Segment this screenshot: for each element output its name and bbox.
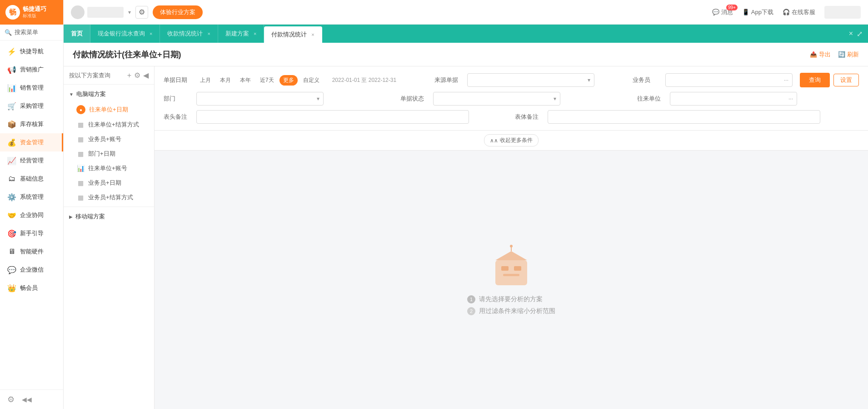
sidebar-item-cooperation[interactable]: 🤝 企业协同 — [0, 206, 63, 224]
message-btn[interactable]: 💬 消息 99+ — [712, 8, 733, 16]
sidebar-item-hardware[interactable]: 🖥 智能硬件 — [0, 242, 63, 261]
header-note-label: 表头备注 — [164, 113, 189, 121]
scheme-item-staff-settle[interactable]: ▦ 业务员+结算方式 — [64, 190, 154, 205]
scheme-item-unit-account[interactable]: 📊 往来单位+账号 — [64, 161, 154, 176]
header-note-input[interactable] — [196, 110, 469, 124]
empty-illustration — [484, 244, 539, 290]
empty-step-2: 2 用过滤条件来缩小分析范围 — [467, 307, 555, 315]
sidebar-menu: ⚡ 快捷导航 📢 营销推广 📊 销售管理 🛒 采购管理 📦 库存核算 💰 资金管… — [0, 40, 63, 389]
settings-bottom-icon[interactable]: ⚙ — [7, 394, 15, 404]
tab-receipt[interactable]: 收款情况统计 × — [160, 25, 218, 43]
avatar — [71, 5, 85, 19]
sidebar-item-member[interactable]: 👑 畅会员 — [0, 279, 63, 297]
body-note-input[interactable] — [548, 110, 820, 124]
export-btn[interactable]: 📤 导出 — [810, 50, 831, 59]
tab-bank-close[interactable]: × — [150, 31, 152, 36]
table-icon: ▦ — [76, 193, 85, 202]
topbar-settings-btn[interactable]: ⚙ — [135, 6, 148, 19]
scheme-item-label: 业务员+日期 — [88, 179, 121, 187]
trial-btn[interactable]: 体验行业方案 — [153, 5, 203, 19]
sidebar-item-label: 智能硬件 — [20, 247, 44, 256]
collapse-sidebar-icon[interactable]: ◀◀ — [22, 396, 32, 403]
scheme-group-desktop-header[interactable]: ▼ 电脑端方案 — [64, 86, 154, 102]
tab-payment-close[interactable]: × — [311, 32, 314, 37]
svg-marker-1 — [495, 251, 527, 260]
sidebar-item-marketing[interactable]: 📢 营销推广 — [0, 61, 63, 79]
sidebar-item-finance[interactable]: 💰 资金管理 — [0, 133, 63, 151]
sidebar-item-label: 采购管理 — [20, 102, 44, 110]
panel-collapse-icon[interactable]: ◀ — [143, 71, 149, 80]
chart-icon: 📊 — [76, 164, 85, 172]
filter-actions-right: 查询 设置 — [800, 73, 859, 87]
date-range-text: 2022-01-01 至 2022-12-31 — [332, 76, 396, 84]
date-tab-more[interactable]: 更多 — [279, 75, 298, 86]
sidebar-item-purchase[interactable]: 🛒 采购管理 — [0, 97, 63, 115]
online-service-btn[interactable]: 🎧 在线客服 — [783, 8, 815, 16]
sales-icon: 📊 — [7, 83, 16, 92]
sidebar-item-operation[interactable]: 📈 经营管理 — [0, 151, 63, 170]
app-label: App下载 — [751, 8, 773, 16]
filter-row-2: 部门 ▾ 单据状态 ▾ 往来单位 ··· — [164, 92, 859, 106]
svg-rect-0 — [495, 260, 527, 285]
chevron-up-icon: ∧∧ — [490, 137, 498, 144]
settings-filter-btn[interactable]: 设置 — [833, 74, 859, 86]
query-btn[interactable]: 查询 — [800, 73, 830, 87]
service-label: 在线客服 — [792, 8, 815, 16]
tab-receipt-close[interactable]: × — [207, 31, 210, 36]
sidebar-item-sales[interactable]: 📊 销售管理 — [0, 79, 63, 97]
left-panel-header-actions: + ⚙ ◀ — [127, 71, 149, 80]
step-1-num: 1 — [467, 295, 475, 303]
tab-payment[interactable]: 付款情况统计 × — [264, 26, 322, 43]
sidebar-item-label: 畅会员 — [20, 284, 38, 292]
scheme-item-label: 部门+日期 — [88, 150, 115, 158]
user-name-area[interactable] — [824, 6, 861, 19]
staff-select[interactable]: ··· — [665, 73, 793, 87]
scheme-item-staff-account[interactable]: ▦ 业务员+账号 — [64, 132, 154, 146]
dept-select[interactable]: ▾ — [196, 92, 324, 106]
tabs-bar: 首页 现金银行流水查询 × 收款情况统计 × 新建方案 × 付款情况统计 × ×… — [64, 25, 868, 43]
logo-sub: 标准版 — [23, 13, 46, 19]
refresh-icon: 🔄 — [838, 51, 845, 58]
sidebar-search[interactable]: 🔍 搜索菜单 — [0, 25, 63, 40]
window-expand-icon[interactable]: ⤢ — [857, 30, 863, 38]
scheme-group-mobile-header[interactable]: ▶ 移动端方案 — [64, 209, 154, 224]
svg-rect-2 — [501, 266, 509, 271]
sidebar-item-label: 营销推广 — [20, 66, 44, 74]
refresh-btn[interactable]: 🔄 刷新 — [838, 50, 859, 59]
date-tab-custom[interactable]: 自定义 — [299, 75, 323, 86]
scheme-settings-icon[interactable]: ⚙ — [134, 71, 140, 80]
sidebar-item-system[interactable]: ⚙️ 系统管理 — [0, 188, 63, 206]
date-tab-7days[interactable]: 近7天 — [256, 75, 278, 86]
scheme-item-staff-date[interactable]: ▦ 业务员+日期 — [64, 176, 154, 190]
search-label: 搜索菜单 — [15, 28, 38, 36]
service-icon: 🎧 — [783, 9, 790, 15]
tabs-right: × ⤢ — [843, 25, 868, 43]
collapse-btn[interactable]: ∧∧ 收起更多条件 — [484, 134, 539, 146]
window-close-icon[interactable]: × — [849, 30, 853, 38]
refresh-label: 刷新 — [847, 50, 859, 59]
scheme-item-unit-date[interactable]: ● 往来单位+日期 — [64, 102, 154, 117]
sidebar-item-basic[interactable]: 🗂 基础信息 — [0, 170, 63, 188]
tab-new-scheme[interactable]: 新建方案 × — [218, 25, 264, 43]
table-icon: ▦ — [76, 135, 85, 143]
scheme-item-unit-settle[interactable]: ▦ 往来单位+结算方式 — [64, 117, 154, 132]
add-scheme-icon[interactable]: + — [127, 71, 131, 80]
date-tab-this-year[interactable]: 本年 — [236, 75, 254, 86]
sidebar-item-wechat[interactable]: 💬 企业微信 — [0, 261, 63, 279]
scheme-item-dept-date[interactable]: ▦ 部门+日期 — [64, 146, 154, 161]
sidebar-item-guide[interactable]: 🎯 新手引导 — [0, 224, 63, 242]
tab-home[interactable]: 首页 — [64, 25, 90, 43]
date-tab-this-month[interactable]: 本月 — [216, 75, 234, 86]
app-download-btn[interactable]: 📱 App下载 — [742, 8, 773, 16]
date-tab-last-month[interactable]: 上月 — [196, 75, 215, 86]
tab-home-label: 首页 — [71, 30, 83, 38]
tab-new-scheme-close[interactable]: × — [254, 31, 256, 36]
source-select[interactable]: ▾ — [467, 73, 594, 87]
voucher-status-select[interactable]: ▾ — [433, 92, 560, 106]
mobile-toggle-icon: ▶ — [69, 214, 73, 219]
sidebar-item-inventory[interactable]: 📦 库存核算 — [0, 115, 63, 133]
dropdown-arrow-icon[interactable]: ▾ — [128, 9, 131, 15]
tab-bank[interactable]: 现金银行流水查询 × — [90, 25, 160, 43]
sidebar-item-quick-nav[interactable]: ⚡ 快捷导航 — [0, 42, 63, 61]
unit-select[interactable]: ··· — [670, 92, 797, 106]
